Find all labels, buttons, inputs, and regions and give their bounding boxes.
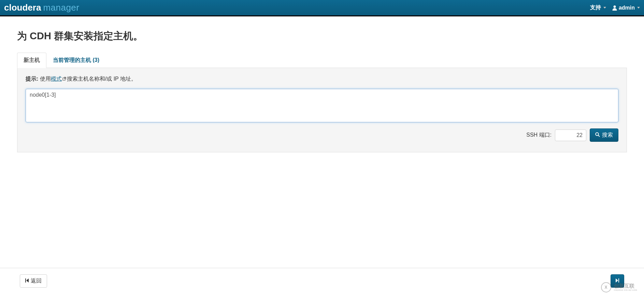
hint-before: 使用 bbox=[38, 76, 51, 82]
brand-manager: manager bbox=[43, 2, 79, 13]
svg-point-0 bbox=[613, 5, 616, 8]
search-row: SSH 端口: 搜索 bbox=[26, 128, 618, 142]
search-button-label: 搜索 bbox=[602, 132, 613, 139]
hint-text: 提示: 使用模式 搜索主机名称和/或 IP 地址。 bbox=[26, 76, 618, 83]
navbar: cloudera manager 支持 admin bbox=[0, 0, 644, 16]
hint-after: 搜索主机名称和/或 IP 地址。 bbox=[67, 76, 137, 82]
ssh-port-input[interactable] bbox=[555, 129, 586, 141]
svg-point-2 bbox=[596, 133, 599, 136]
search-button[interactable]: 搜索 bbox=[590, 128, 618, 142]
tab-managed-hosts[interactable]: 当前管理的主机 (3) bbox=[46, 53, 106, 68]
footer-bar: 返回 bbox=[0, 268, 644, 294]
navbar-right: 支持 admin bbox=[590, 4, 640, 11]
tabs: 新主机 当前管理的主机 (3) bbox=[17, 53, 627, 68]
support-menu[interactable]: 支持 bbox=[590, 4, 606, 11]
support-label: 支持 bbox=[590, 4, 601, 11]
back-button[interactable]: 返回 bbox=[20, 274, 47, 288]
brand-logo[interactable]: cloudera manager bbox=[4, 2, 80, 13]
watermark: X 创新互联 CHUANG XIN HU LIAN bbox=[601, 282, 637, 292]
user-icon bbox=[612, 5, 617, 11]
tab-content: 提示: 使用模式 搜索主机名称和/或 IP 地址。 node0[1-3] SSH… bbox=[17, 68, 627, 152]
main-content: 为 CDH 群集安装指定主机。 新主机 当前管理的主机 (3) 提示: 使用模式… bbox=[0, 16, 644, 159]
caret-down-icon bbox=[603, 7, 606, 9]
hint-prefix: 提示: bbox=[26, 76, 38, 82]
external-link-icon bbox=[62, 77, 66, 82]
ssh-port-label: SSH 端口: bbox=[526, 132, 552, 139]
svg-rect-4 bbox=[25, 278, 26, 283]
back-button-label: 返回 bbox=[31, 277, 42, 285]
caret-down-icon bbox=[637, 7, 640, 9]
brand-cloudera: cloudera bbox=[4, 2, 41, 13]
user-name-label: admin bbox=[619, 5, 635, 11]
user-menu[interactable]: admin bbox=[612, 5, 640, 11]
hosts-input[interactable]: node0[1-3] bbox=[26, 89, 618, 122]
search-icon bbox=[595, 132, 600, 138]
tab-new-hosts[interactable]: 新主机 bbox=[17, 53, 46, 68]
svg-line-3 bbox=[598, 135, 600, 137]
watermark-text: 创新互联 CHUANG XIN HU LIAN bbox=[614, 283, 637, 291]
step-backward-icon bbox=[25, 278, 29, 284]
pattern-link[interactable]: 模式 bbox=[51, 76, 62, 82]
watermark-logo-icon: X bbox=[601, 282, 611, 292]
page-title: 为 CDH 群集安装指定主机。 bbox=[17, 29, 627, 43]
